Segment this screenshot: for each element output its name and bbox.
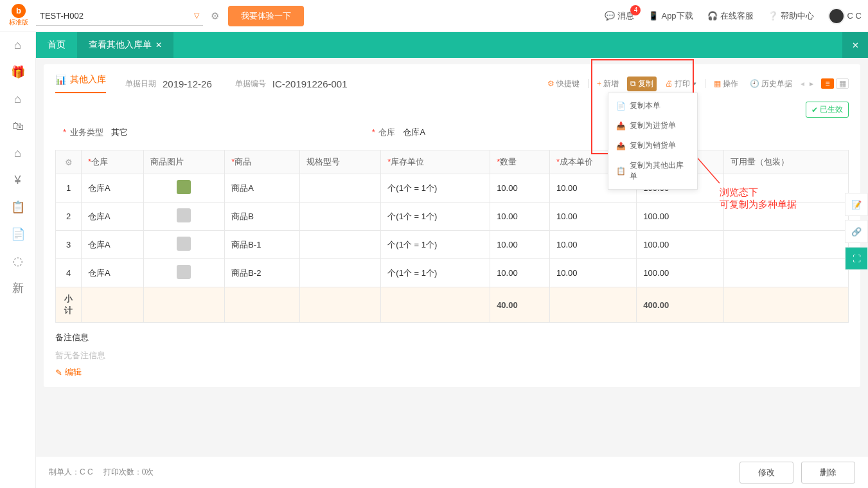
close-icon[interactable]: ✕ [155,41,162,50]
org-select[interactable]: TEST-H002 ▽ [36,6,203,26]
table-row[interactable]: 4 仓库A 商品B-2 个(1个 = 1个) 10.00 10.00 100.0… [56,259,849,287]
message-icon: 💬 [605,11,615,21]
operate-button[interactable]: ▦操作 [711,77,741,91]
copy-dropdown: 📄复制本单 📥复制为进货单 📤复制为销货单 📋复制为其他出库单 [608,93,698,190]
help-center-link[interactable]: ❔ 帮助中心 [768,10,814,22]
card-toolbar: ⚙快捷键 +新增 ⧉复制 🖨打印▾ ▦操作 🕘历史单据 ◂ ▸ ≡ ▦ [544,77,849,91]
tabs-bar: 首页 查看其他入库单 ✕ ✕ [36,32,868,58]
warehouse-label: 仓库 [378,127,395,137]
chevron-down-icon: ▾ [693,80,696,87]
copy-button[interactable]: ⧉复制 [627,77,657,91]
date-label: 单据日期 [125,78,156,89]
print-icon: 🖨 [665,79,673,88]
subtotal-row: 小计 40.00 400.00 [56,287,849,323]
chevron-down-icon: ▽ [194,12,199,20]
edit-icon: ✎ [55,368,62,377]
sidebar-building-icon[interactable]: ⌂ [12,147,24,159]
user-name: C C [847,11,862,21]
avatar [828,8,845,24]
link-tool-icon[interactable]: 🔗 [845,220,868,243]
form-row: * 业务类型 其它 * 仓库 仓库A [44,118,860,150]
product-thumb [177,265,191,279]
code-value: IC-20191226-001 [272,78,348,89]
doc-icon: 📄 [616,102,626,111]
items-table: ⚙ *仓库 商品图片 *商品 规格型号 *库存单位 *数量 *成本单价 *成本金… [55,150,849,323]
transfer-icon: 📋 [616,167,626,176]
top-header: b 标准版 TEST-H002 ▽ ⚙ 我要体验一下 💬 消息 4 📱 App下… [0,0,868,32]
gear-icon: ⚙ [547,79,554,88]
sidebar-clipboard-icon[interactable]: 📋 [12,201,24,213]
warehouse-value: 仓库A [403,127,425,138]
remark-empty: 暂无备注信息 [55,350,849,361]
phone-icon: 📱 [648,11,659,21]
sidebar-circle-icon[interactable]: ◌ [12,255,24,267]
sidebar-new-icon[interactable]: 新 [12,282,24,294]
remark-title: 备注信息 [55,332,849,343]
check-icon: ✔ [811,105,818,114]
logo-icon: b [12,4,26,18]
copy-this-item[interactable]: 📄复制本单 [608,96,697,116]
message-badge: 4 [630,5,641,15]
right-tools: 📝 🔗 ⛶ [845,193,868,270]
edit-remark-link[interactable]: ✎ 编辑 [55,366,849,378]
tab-home[interactable]: 首页 [36,32,77,58]
shortcut-button[interactable]: ⚙快捷键 [544,77,583,91]
code-label: 单据编号 [235,78,266,89]
messages-link[interactable]: 💬 消息 4 [605,10,634,22]
prev-icon[interactable]: ◂ [801,79,804,88]
headset-icon: 🎧 [707,11,718,21]
print-button[interactable]: 🖨打印▾ [662,77,700,91]
copy-to-sales-item[interactable]: 📤复制为销货单 [608,136,697,156]
expand-tool-icon[interactable]: ⛶ [845,247,868,270]
copy-icon: ⧉ [630,79,636,88]
try-button[interactable]: 我要体验一下 [228,6,304,26]
org-name: TEST-H002 [40,11,84,21]
history-icon: 🕘 [750,79,759,88]
card-header: 📊 其他入库 单据日期 2019-12-26 单据编号 IC-20191226-… [44,64,860,95]
biz-type-value: 其它 [111,127,128,138]
date-value: 2019-12-26 [163,78,212,89]
settings-icon[interactable]: ⚙ [211,10,219,22]
modify-button[interactable]: 修改 [740,462,793,483]
table-row[interactable]: 1 仓库A 商品A 个(1个 = 1个) 10.00 10.00 100.00 [56,174,849,203]
logo[interactable]: b 标准版 [6,4,31,28]
creator-value: C C [80,467,93,476]
grid-view-toggle[interactable]: ▦ [836,78,849,89]
plus-icon: + [597,79,601,88]
tab-current[interactable]: 查看其他入库单 ✕ [77,32,173,58]
help-icon: ❔ [768,11,778,21]
sidebar: ⌂ 🎁 ⌂ 🛍 ⌂ ¥ 📋 📄 ◌ 新 [0,32,36,488]
product-thumb [177,237,191,251]
sidebar-doc-icon[interactable]: 📄 [12,228,24,240]
inbound-icon: 📥 [616,122,626,131]
copy-to-purchase-item[interactable]: 📥复制为进货单 [608,116,697,136]
sidebar-gift-icon[interactable]: 🎁 [12,66,24,78]
gear-icon[interactable]: ⚙ [65,158,73,167]
copy-to-other-out-item[interactable]: 📋复制为其他出库单 [608,156,697,186]
app-download-link[interactable]: 📱 App下载 [648,10,693,22]
table-row[interactable]: 3 仓库A 商品B-1 个(1个 = 1个) 10.00 10.00 100.0… [56,231,849,259]
print-count-value: 0次 [142,467,154,476]
user-menu[interactable]: C C [828,8,862,24]
sidebar-bag-icon[interactable]: 🛍 [12,120,24,132]
next-icon[interactable]: ▸ [810,79,813,88]
online-service-link[interactable]: 🎧 在线客服 [707,10,754,22]
history-button[interactable]: 🕘历史单据 [747,77,795,91]
top-right-menu: 💬 消息 4 📱 App下载 🎧 在线客服 ❔ 帮助中心 C C [605,8,862,24]
footer-bar: 制单人：C C 打印次数：0次 修改 删除 [36,456,868,488]
new-button[interactable]: +新增 [594,77,622,91]
sidebar-money-icon[interactable]: ¥ [12,174,24,186]
sidebar-house-icon[interactable]: ⌂ [12,93,24,105]
logo-edition: 标准版 [9,18,28,27]
card-tab[interactable]: 📊 其他入库 [55,74,106,93]
outbound-icon: 📤 [616,141,626,150]
list-view-toggle[interactable]: ≡ [821,78,834,89]
document-card: 📊 其他入库 单据日期 2019-12-26 单据编号 IC-20191226-… [44,64,860,387]
delete-button[interactable]: 删除 [801,462,855,483]
table-row[interactable]: 2 仓库A 商品B 个(1个 = 1个) 10.00 10.00 100.00 [56,203,849,231]
sidebar-home-icon[interactable]: ⌂ [12,39,24,51]
inbound-icon: 📊 [55,75,66,85]
main: 首页 查看其他入库单 ✕ ✕ 📊 其他入库 单据日期 2019-12-26 [36,32,868,488]
tabs-close-all[interactable]: ✕ [842,32,868,58]
note-tool-icon[interactable]: 📝 [845,193,868,216]
